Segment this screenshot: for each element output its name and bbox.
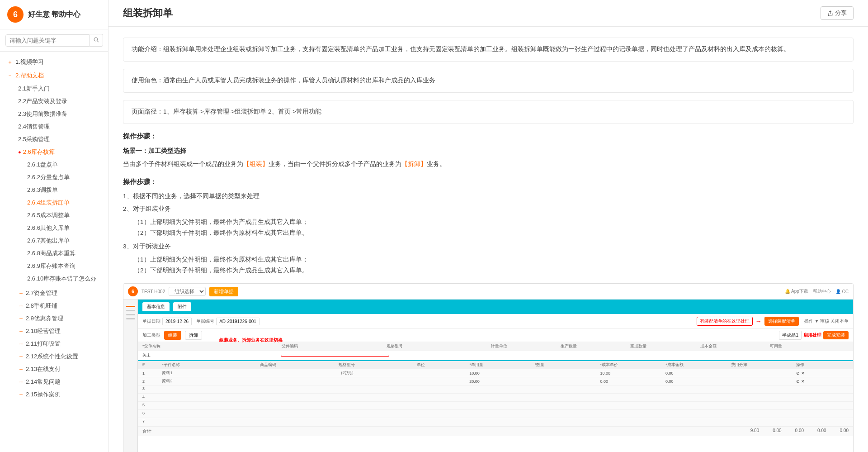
sub-step-list-2: （1）上部明细为父件明细，最终作为产成品生成其它入库单； （2）下部明细为子件明…: [123, 217, 854, 239]
share-button[interactable]: 分享: [821, 6, 854, 20]
main-area: 组装拆卸单 分享 功能介绍：组装拆卸单用来处理企业组装或拆卸等加工业务，支持有固…: [108, 0, 868, 452]
sidebar-section-label: 2.帮助文档: [15, 71, 44, 80]
btr2-cost-price: 0.00: [600, 379, 665, 384]
footer-val1: 9.00: [750, 428, 759, 434]
td-parent-name: 关未: [142, 352, 281, 358]
bottom-table-header: # *子件名称 商品编码 规格型号 单位 *单用量 *数量 *成本单价 *成本金…: [138, 361, 853, 369]
bottom-row-7: 7: [138, 418, 853, 426]
type-label: 加工类型: [142, 332, 160, 338]
bth-cost-price: *成本单价: [600, 362, 665, 368]
footer-val2: 0.00: [773, 428, 781, 434]
sidebar-item-s2c6c5[interactable]: 2.6.5成本调整单: [22, 209, 108, 222]
intro-text-2: 使用角色：通常由生产人员或库管人员完成拆装业务的操作，库管人员确认原材料的出库和…: [132, 77, 435, 84]
sidebar-item-s2c8[interactable]: ＋2.8手机旺铺: [13, 300, 108, 312]
sidebar-item-s2c6[interactable]: ● 2.6库存核算: [13, 146, 108, 158]
btn-complete-install[interactable]: 完成安装: [823, 331, 849, 339]
step-list-3: 3、对于拆装业务: [123, 241, 854, 252]
sidebar-item-s2c6c1[interactable]: 2.6.1盘点单: [22, 158, 108, 171]
sidebar-item-s2c14[interactable]: ＋2.14常见问题: [13, 376, 108, 388]
app-test-id: TEST-H002: [142, 289, 165, 294]
content-area: 功能介绍：组装拆卸单用来处理企业组装或拆卸等加工业务，支持有固定装配清单的产品加…: [108, 27, 868, 452]
sidebar-item-s2c12[interactable]: ＋2.12系统个性化设置: [13, 350, 108, 363]
btn-disassemble[interactable]: 拆卸: [185, 331, 202, 340]
sidebar-section-label: 1.视频学习: [15, 58, 44, 66]
app-form-header: 基本信息 附件: [138, 300, 853, 314]
app-logo-small: 6: [128, 286, 138, 296]
th-parent-name: *父件名称: [142, 343, 282, 349]
step-item-1: 1、根据不同的业务，选择不同单据的类型来处理: [123, 191, 854, 202]
app-tab-attachment[interactable]: 附件: [173, 302, 191, 311]
sub-step-3-1: （1）上部明细为父件明细，最终作为原材料生成其它出库单；: [134, 254, 854, 265]
btn-assemble[interactable]: 组装: [164, 331, 181, 340]
circle-icon: ●: [18, 149, 21, 155]
app-left-icon2: [126, 310, 135, 311]
sidebar-item-s2c10[interactable]: ＋2.10经营管理: [13, 325, 108, 338]
sidebar-item-s2c6c10[interactable]: 2.6.10库存账本错了怎么办: [22, 272, 108, 285]
bth-usage: *单用量: [469, 362, 535, 368]
highlight-disassemble: 【拆卸】: [401, 161, 427, 167]
sidebar-item-s2c6c8[interactable]: 2.6.8商品成本重算: [22, 247, 108, 260]
btr2-num: 2: [142, 379, 162, 384]
footer-totals: 9.00 0.00 0.00 0.00 0.00: [750, 428, 849, 434]
bth-num: #: [142, 362, 162, 368]
intro-text-1: 功能介绍：组装拆卸单用来处理企业组装或拆卸等加工业务，支持有固定装配清单的产品加…: [132, 46, 790, 52]
btr2-ops: ⊙ ✕: [796, 379, 849, 384]
plus-icon-small: ＋: [18, 302, 24, 309]
plus-icon: ＋: [7, 58, 13, 66]
app-field-date: 单据日期 2019-12-26: [142, 318, 192, 325]
sidebar-item-s2c3[interactable]: 2.3使用前数据准备: [13, 108, 108, 120]
brand-name: 好生意 帮助中心: [28, 10, 80, 19]
app-icon-help: 帮助中心: [813, 288, 831, 295]
plus-icon-small: ＋: [18, 315, 24, 322]
intro-block-1: 功能介绍：组装拆卸单用来处理企业组装或拆卸等加工业务，支持有固定装配清单的产品加…: [123, 38, 854, 62]
sidebar-item-s2c11[interactable]: ＋2.11打印设置: [13, 338, 108, 350]
app-new-button[interactable]: 新增单据: [209, 287, 238, 296]
billno-input[interactable]: AD-20191226-001: [216, 318, 259, 325]
top-table-header: *父件名称 父件编码 规格型号 计量单位 生产数量 完成数量 成本金额 可用量: [138, 342, 853, 351]
bth-cost-amt: *成本金额: [665, 362, 731, 368]
app-form-fields: 单据日期 2019-12-26 单据编号 AD-20191226-001 有装配…: [138, 314, 853, 329]
sidebar-item-s2c1[interactable]: 2.1新手入门: [13, 82, 108, 95]
btr1-cost-price: 10.00: [600, 371, 665, 376]
page-title: 组装拆卸单: [123, 6, 173, 20]
search-input[interactable]: [5, 34, 90, 47]
annotation-area: 有装配清单的在这里处理 → 选择装配清单 操作 ▼ 审核 关闭本单: [697, 317, 849, 326]
app-tab-basic[interactable]: 基本信息: [142, 302, 170, 311]
footer-val4: 0.00: [817, 428, 826, 434]
bottom-table: # *子件名称 商品编码 规格型号 单位 *单用量 *数量 *成本单价 *成本金…: [138, 360, 853, 426]
product-input[interactable]: 半成品1: [779, 331, 802, 340]
app-mockup: 6 TEST-H002 组织选择 新增单据 🔔 App下载 帮助中心 👤 CC: [123, 284, 853, 452]
sidebar-item-s1[interactable]: ＋ 1.视频学习: [0, 55, 108, 69]
sub-step-2-2: （2）下部明细为子件明细，最终作为原材料生成其它出库单。: [134, 228, 854, 238]
nav-tree: ＋ 1.视频学习 － 2.帮助文档 2.1新手入门 2.2产品安装及登录 2.3…: [0, 52, 108, 452]
sidebar-item-s2c7[interactable]: ＋2.7资金管理: [13, 287, 108, 300]
sidebar-item-s2c6c4[interactable]: 2.6.4组装拆卸单: [22, 196, 108, 209]
sidebar-item-s2c6c6[interactable]: 2.6.6其他入库单: [22, 222, 108, 234]
sidebar-item-s2c9[interactable]: ＋2.9优惠券管理: [13, 312, 108, 325]
app-org-select[interactable]: 组织选择: [169, 287, 206, 296]
sidebar-item-s2c6c9[interactable]: 2.6.9库存账本查询: [22, 260, 108, 272]
date-label: 单据日期: [142, 318, 160, 324]
sidebar-item-s2c15[interactable]: ＋2.15操作案例: [13, 388, 108, 401]
th-prod-qty: 生产数量: [561, 343, 630, 349]
sidebar-item-s2c4[interactable]: 2.4销售管理: [13, 120, 108, 133]
btn-select-bom[interactable]: 选择装配清单: [764, 317, 799, 326]
plus-icon-small: ＋: [18, 290, 24, 296]
app-body: 基本信息 附件 单据日期 2019-12-26 单据编号 AD-20191: [123, 300, 853, 452]
sidebar-item-s2[interactable]: － 2.帮助文档: [0, 69, 108, 82]
app-icon-user: 👤 CC: [835, 289, 849, 294]
sidebar-item-s2c2[interactable]: 2.2产品安装及登录: [13, 95, 108, 108]
sidebar-item-s2c5[interactable]: 2.5采购管理: [13, 133, 108, 146]
sidebar-item-s2c13[interactable]: ＋2.13在线支付: [13, 363, 108, 376]
app-icon-bell: 🔔 App下载: [785, 288, 808, 295]
search-bar: [0, 29, 108, 52]
app-content-area: 基本信息 附件 单据日期 2019-12-26 单据编号 AD-20191: [138, 300, 853, 452]
nav-children-s2: 2.1新手入门 2.2产品安装及登录 2.3使用前数据准备 2.4销售管理 2.…: [0, 82, 108, 401]
btr1-usage: 10.00: [469, 371, 535, 376]
date-input[interactable]: 2019-12-26: [162, 318, 192, 325]
sidebar-item-s2c6c3[interactable]: 2.6.3调拨单: [22, 184, 108, 196]
sidebar-item-s2c6c2[interactable]: 2.6.2分量盘点单: [22, 171, 108, 184]
svg-point-0: [94, 38, 98, 41]
sidebar-item-s2c6c7[interactable]: 2.6.7其他出库单: [22, 234, 108, 247]
search-button[interactable]: [90, 34, 103, 47]
